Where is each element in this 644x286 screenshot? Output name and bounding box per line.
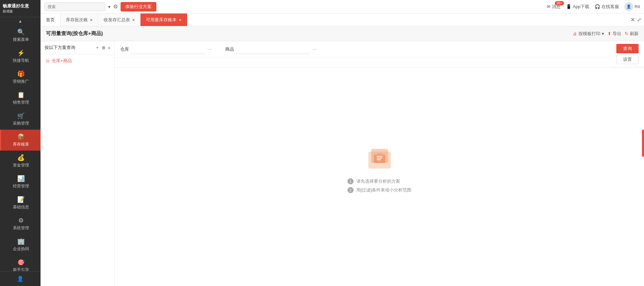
finance-icon: 💰 [17, 154, 25, 161]
enterprise-icon: 🏢 [17, 238, 25, 245]
brand-name: 畅康通好生意 标准版 [3, 3, 38, 14]
page-header: 可用量查询(按仓库+商品) 🖨 按模板打印 ▾ ⬆ 导出 ↻ 刷新 [41, 26, 644, 41]
print-button[interactable]: 🖨 按模板打印 ▾ [573, 31, 604, 37]
sales-icon: 📋 [17, 91, 25, 99]
sidebar-item-search[interactable]: 🔍 搜索菜单 [0, 25, 41, 46]
operations-icon: 📊 [17, 175, 25, 182]
sidebar: 畅康通好生意 标准版 ▲ 🔍 搜索菜单 ⚡ 快捷导航 🎁 营销推广 📋 销售管理 [0, 0, 41, 286]
refresh-icon: ↻ [625, 31, 628, 36]
sidebar-item-operations[interactable]: 📊 经营管理 [0, 172, 41, 192]
query-area: 仓库 ··· 商品 ··· 查询 设置 [115, 41, 644, 286]
filter-item-icon: ⊙ [46, 58, 50, 63]
sidebar-item-shortcut[interactable]: ⚡ 快捷导航 [0, 46, 41, 67]
tab-summary[interactable]: 收发存汇总表 × [98, 14, 140, 26]
filter-item-warehouse-goods[interactable]: ⊙ 仓库+商品 [41, 54, 114, 67]
goods-more-button[interactable]: ··· [312, 46, 317, 52]
sidebar-item-inventory[interactable]: 📦 库存核算 [0, 130, 41, 151]
system-icon: ⚙ [18, 217, 24, 224]
goods-input[interactable] [236, 45, 310, 54]
topbar-right: ✉ 消息 99+ 📱 App下载 🎧 在线客服 👤 Rit [547, 2, 640, 11]
service-icon: 🎧 [595, 4, 600, 9]
warehouse-input[interactable] [131, 45, 205, 54]
newbie-icon: 🎯 [17, 259, 25, 266]
search-input[interactable] [45, 2, 105, 11]
query-actions: 查询 设置 [611, 41, 644, 67]
sidebar-item-finance[interactable]: 💰 资金管理 [0, 151, 41, 172]
inventory-icon: 📦 [17, 133, 25, 140]
marketing-icon: 🎁 [17, 70, 25, 78]
sidebar-bottom-user[interactable]: 👤 [0, 274, 41, 284]
tabs-end: ✕ ⤢ [628, 17, 644, 23]
dropdown-button[interactable]: ▾ [108, 4, 110, 9]
tab-summary-close[interactable]: × [132, 18, 135, 22]
empty-state: 1 请先选择要分析的方案 2 用[过滤]条件来缩小分析范围 [115, 68, 644, 286]
svg-rect-6 [377, 159, 381, 160]
avatar: 👤 [624, 2, 633, 11]
tab-home[interactable]: 首页 [41, 14, 60, 26]
gear-button[interactable]: ⚙ [113, 3, 118, 10]
app-download-button[interactable]: 📱 App下载 [566, 4, 589, 10]
sidebar-scroll-up[interactable]: ▲ [0, 17, 41, 25]
sidebar-bottom: 👤 [0, 271, 41, 286]
sidebar-header: 畅康通好生意 标准版 [0, 0, 41, 17]
sidebar-nav: ▲ 🔍 搜索菜单 ⚡ 快捷导航 🎁 营销推广 📋 销售管理 🛒 采购管理 [0, 17, 41, 271]
warehouse-more-button[interactable]: ··· [207, 46, 212, 52]
tip-num-1: 1 [347, 178, 354, 184]
print-dropdown-icon: ▾ [602, 31, 604, 36]
sidebar-item-basic[interactable]: 📝 基础信息 [0, 192, 41, 213]
tip-num-2: 2 [347, 187, 354, 193]
query-button[interactable]: 查询 [616, 44, 639, 53]
sidebar-item-enterprise[interactable]: 🏢 企业协同 [0, 234, 41, 255]
message-button[interactable]: ✉ 消息 99+ [547, 4, 561, 10]
expand-tabs-button[interactable]: ⤢ [637, 17, 641, 23]
tip-item-1: 1 请先选择要分析的方案 [347, 178, 411, 184]
purchase-icon: 🛒 [17, 112, 25, 120]
message-icon: ✉ [547, 4, 550, 9]
scroll-indicator[interactable] [642, 130, 644, 157]
basic-icon: 📝 [17, 196, 25, 203]
app-icon: 📱 [566, 4, 571, 9]
settings-button[interactable]: 设置 [616, 55, 639, 64]
left-panel: 按以下方案查询 ＋ ⊕ « ⊙ 仓库+商品 [41, 41, 115, 286]
filter-settings-button[interactable]: ⊕ [102, 45, 106, 50]
service-button[interactable]: 🎧 在线客服 [595, 4, 619, 10]
tip-item-2: 2 用[过滤]条件来缩小分析范围 [347, 187, 411, 193]
message-badge: 99+ [555, 1, 564, 5]
sidebar-item-system[interactable]: ⚙ 系统管理 [0, 213, 41, 234]
export-button[interactable]: ⬆ 导出 [608, 31, 621, 37]
topbar: ▾ ⚙ 体验行业方案 ✉ 消息 99+ 📱 App下载 🎧 在线客服 [41, 0, 644, 14]
user-icon: 👤 [17, 276, 24, 282]
shortcut-icon: ⚡ [17, 49, 25, 57]
filter-add-button[interactable]: ＋ [95, 45, 100, 51]
export-icon: ⬆ [608, 31, 611, 36]
filter-collapse-button[interactable]: « [108, 45, 110, 50]
close-all-tabs-button[interactable]: ✕ [630, 17, 635, 23]
page-header-actions: 🖨 按模板打印 ▾ ⬆ 导出 ↻ 刷新 [573, 31, 639, 37]
page-title: 可用量查询(按仓库+商品) [46, 30, 103, 37]
main-content: ▾ ⚙ 体验行业方案 ✉ 消息 99+ 📱 App下载 🎧 在线客服 [41, 0, 644, 286]
sidebar-item-purchase[interactable]: 🛒 采购管理 [0, 109, 41, 130]
tab-available-close[interactable]: × [179, 18, 181, 22]
print-icon: 🖨 [573, 31, 577, 36]
user-menu[interactable]: 👤 Rit [624, 2, 640, 11]
goods-field-group: 商品 ··· [225, 45, 317, 54]
tabs-bar: 首页 库存批次账 × 收发存汇总表 × 可用量库存账本 × ✕ ⤢ [41, 14, 644, 26]
refresh-button[interactable]: ↻ 刷新 [625, 31, 639, 37]
search-icon: 🔍 [17, 28, 25, 36]
sidebar-item-marketing[interactable]: 🎁 营销推广 [0, 67, 41, 88]
svg-rect-5 [377, 157, 382, 158]
empty-tips: 1 请先选择要分析的方案 2 用[过滤]条件来缩小分析范围 [347, 178, 411, 193]
svg-point-3 [375, 153, 384, 161]
tab-batch-close[interactable]: × [90, 18, 93, 22]
sidebar-item-newbie[interactable]: 🎯 新手引导 [0, 255, 41, 271]
warehouse-field-group: 仓库 ··· [120, 45, 212, 54]
sidebar-item-sales[interactable]: 📋 销售管理 [0, 88, 41, 109]
empty-illustration [363, 140, 396, 174]
svg-rect-4 [377, 156, 382, 157]
topbar-left: ▾ ⚙ 体验行业方案 [45, 2, 156, 11]
trial-button[interactable]: 体验行业方案 [121, 2, 156, 11]
filter-header: 按以下方案查询 ＋ ⊕ « [41, 41, 114, 54]
tab-available[interactable]: 可用量库存账本 × [140, 14, 187, 26]
tab-batch[interactable]: 库存批次账 × [60, 14, 98, 26]
content-area: 按以下方案查询 ＋ ⊕ « ⊙ 仓库+商品 仓库 [41, 41, 644, 286]
